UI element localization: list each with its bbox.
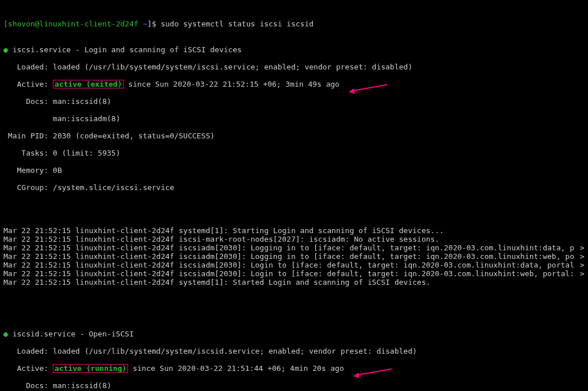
annotation-arrow-icon [358, 368, 392, 375]
loaded-value: loaded (/usr/lib/systemd/system/iscsi.se… [48, 63, 412, 71]
overflow-indicator-icon: > [580, 269, 585, 278]
docs-value2: man:iscsiadm(8) [3, 114, 121, 123]
log-line: Mar 22 21:52:15 linuxhint-client-2d24f s… [3, 226, 585, 235]
active-line-1: Active: active (exited) since Sun 2020-0… [3, 80, 585, 88]
log-line: Mar 22 21:52:15 linuxhint-client-2d24f i… [3, 243, 585, 252]
tasks-line-1: Tasks: 0 (limit: 5935) [3, 149, 585, 157]
annotation-arrow-icon [353, 84, 387, 91]
log-text: Mar 22 21:52:15 linuxhint-client-2d24f i… [3, 235, 439, 243]
loaded-line-1: Loaded: loaded (/usr/lib/systemd/system/… [3, 63, 585, 71]
log-line: Mar 22 21:52:15 linuxhint-client-2d24f i… [3, 269, 585, 278]
log-text: Mar 22 21:52:15 linuxhint-client-2d24f i… [3, 261, 574, 269]
loaded-value: loaded (/usr/lib/systemd/system/iscsid.s… [48, 347, 417, 355]
log-line: Mar 22 21:52:15 linuxhint-client-2d24f i… [3, 235, 585, 243]
blank-line [3, 304, 585, 312]
log-text: Mar 22 21:52:15 linuxhint-client-2d24f i… [3, 243, 574, 252]
docs-value: man:iscsid(8) [48, 381, 111, 390]
active-rest: since Sun 2020-03-22 21:52:15 +06; 3min … [124, 80, 340, 88]
status-bullet-icon: ● [3, 330, 8, 338]
loaded-label: Loaded: [3, 63, 48, 71]
log-line: Mar 22 21:52:15 linuxhint-client-2d24f i… [3, 261, 585, 269]
active-rest: since Sun 2020-03-22 21:51:44 +06; 4min … [128, 364, 344, 373]
highlight-box-1: active (exited) [53, 80, 123, 88]
prompt-user-host: [shovon@linuxhint-client-2d24f [3, 20, 138, 28]
prompt-line: [shovon@linuxhint-client-2d24f ~]$ sudo … [3, 20, 585, 28]
loaded-line-2: Loaded: loaded (/usr/lib/systemd/system/… [3, 347, 585, 355]
log-line: Mar 22 21:52:15 linuxhint-client-2d24f i… [3, 252, 585, 261]
service-name: iscsi.service - Login and scanning of iS… [13, 45, 242, 54]
cgroup-line-1: CGroup: /system.slice/iscsi.service [3, 183, 585, 192]
highlight-box-2: active (running) [53, 364, 128, 373]
status-bullet-icon: ● [3, 45, 8, 54]
docs-line-1b: man:iscsiadm(8) [3, 114, 585, 123]
log-text: Mar 22 21:52:15 linuxhint-client-2d24f s… [3, 226, 444, 235]
memory-line-1: Memory: 0B [3, 166, 585, 175]
overflow-indicator-icon: > [580, 261, 585, 269]
active-status: active (running) [55, 364, 126, 373]
loaded-label: Loaded: [3, 347, 48, 355]
log-line: Mar 22 21:52:15 linuxhint-client-2d24f s… [3, 278, 585, 287]
log-text: Mar 22 21:52:15 linuxhint-client-2d24f s… [3, 278, 431, 287]
prompt-dollar: ]$ [147, 20, 156, 28]
active-label: Active: [3, 80, 53, 88]
active-status: active (exited) [55, 80, 122, 88]
overflow-indicator-icon: > [580, 252, 585, 261]
active-line-2: Active: active (running) since Sun 2020-… [3, 364, 585, 373]
command-text: sudo systemctl status iscsi iscsid [161, 20, 314, 28]
docs-label: Docs: [3, 97, 48, 106]
overflow-indicator-icon: > [580, 243, 585, 252]
active-label: Active: [3, 364, 53, 373]
log-text: Mar 22 21:52:15 linuxhint-client-2d24f i… [3, 252, 574, 261]
service-name: iscsid.service - Open-iSCSI [13, 330, 134, 338]
docs-label: Docs: [3, 381, 48, 390]
docs-line-1a: Docs: man:iscsid(8) [3, 97, 585, 106]
blank-line [3, 200, 585, 209]
mainpid-line-1: Main PID: 2030 (code=exited, status=0/SU… [3, 131, 585, 140]
docs-value: man:iscsid(8) [48, 97, 111, 106]
terminal-output[interactable]: [shovon@linuxhint-client-2d24f ~]$ sudo … [0, 0, 588, 391]
log-text: Mar 22 21:52:15 linuxhint-client-2d24f i… [3, 269, 574, 278]
docs-line-2a: Docs: man:iscsid(8) [3, 381, 585, 390]
service-header-2: ● iscsid.service - Open-iSCSI [3, 330, 585, 338]
service-header-1: ● iscsi.service - Login and scanning of … [3, 45, 585, 54]
